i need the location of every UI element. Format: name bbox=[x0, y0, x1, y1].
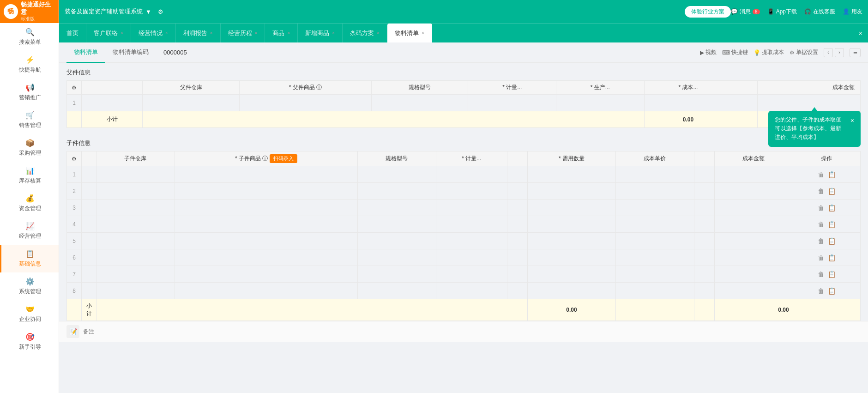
delete-icon-1[interactable]: 🗑 bbox=[818, 171, 824, 178]
child-row4-num: 4 bbox=[67, 216, 82, 233]
tab-customer-close[interactable]: × bbox=[121, 30, 123, 36]
delete-icon-2[interactable]: 🗑 bbox=[818, 187, 824, 195]
nav-tabs: 首页 客户联络 × 经营情况 × 利润报告 × 经营历程 × 商品 × 新增商品… bbox=[59, 23, 868, 42]
copy-icon-4[interactable]: 📋 bbox=[828, 221, 836, 228]
extract-cost-button[interactable]: 💡 提取成本 bbox=[753, 48, 784, 56]
tab-history-close[interactable]: × bbox=[255, 30, 258, 36]
online-service-button[interactable]: 🎧 在线客服 bbox=[804, 8, 835, 16]
parent-row1-c8[interactable] bbox=[732, 95, 758, 111]
child-col-unit: * 计量... bbox=[436, 151, 507, 166]
child-row-6: 6 🗑📋 bbox=[67, 249, 861, 266]
child-row-4: 4 🗑📋 bbox=[67, 216, 861, 233]
tab-operations[interactable]: 经营情况 × bbox=[131, 24, 176, 43]
parent-row1-c6[interactable] bbox=[556, 95, 645, 111]
delete-icon-5[interactable]: 🗑 bbox=[818, 237, 824, 245]
notes-icon[interactable]: 📝 bbox=[66, 325, 79, 338]
copy-icon-2[interactable]: 📋 bbox=[828, 187, 836, 195]
user-menu[interactable]: 👤 用友 bbox=[843, 8, 862, 16]
parent-row1-amount bbox=[758, 95, 861, 111]
settings-icon: ⚙ bbox=[790, 49, 795, 56]
tooltip-close-button[interactable]: × bbox=[850, 115, 854, 126]
delete-icon-4[interactable]: 🗑 bbox=[818, 221, 824, 228]
child-col-qty: * 需用数量 bbox=[528, 151, 616, 166]
tab-ops-close[interactable]: × bbox=[165, 30, 168, 36]
copy-icon-8[interactable]: 📋 bbox=[828, 287, 836, 295]
copy-icon-7[interactable]: 📋 bbox=[828, 271, 836, 278]
parent-row1-c1[interactable] bbox=[82, 95, 143, 111]
trial-button[interactable]: 体验行业方案 bbox=[685, 6, 731, 18]
copy-icon-6[interactable]: 📋 bbox=[828, 254, 836, 261]
next-arrow[interactable]: › bbox=[835, 48, 844, 57]
app-download-button[interactable]: 📱 App下载 bbox=[767, 8, 797, 16]
tab-profit-close[interactable]: × bbox=[210, 30, 213, 36]
sidebar-item-collab[interactable]: 🤝 企业协同 bbox=[0, 300, 59, 328]
delete-icon-8[interactable]: 🗑 bbox=[818, 287, 824, 295]
content-area: 物料清单 物料清单编码 0000005 ▶ 视频 ⌨ 快捷键 💡 提取成本 bbox=[59, 42, 868, 393]
shortcut-button[interactable]: ⌨ 快捷键 bbox=[722, 48, 748, 56]
search-icon: 🔍 bbox=[25, 28, 35, 36]
tab-barcode-close[interactable]: × bbox=[377, 30, 380, 36]
sidebar-item-guide[interactable]: 🎯 新手引导 bbox=[0, 328, 59, 356]
parent-col-amount: 成本金额 bbox=[758, 81, 861, 95]
sub-header-actions: ▶ 视频 ⌨ 快捷键 💡 提取成本 ⚙ 单据设置 ‹ › bbox=[700, 48, 861, 57]
child-subtotal-qty: 0.00 bbox=[528, 299, 616, 321]
delete-icon-6[interactable]: 🗑 bbox=[818, 254, 824, 261]
sidebar-item-marketing[interactable]: 📢 营销推广 bbox=[0, 79, 59, 106]
sidebar-item-finance[interactable]: 💰 资金管理 bbox=[0, 189, 59, 217]
sidebar-item-inventory[interactable]: 📊 库存核算 bbox=[0, 162, 59, 189]
parent-row1-c3[interactable] bbox=[240, 95, 371, 111]
parent-col-warehouse: 父件仓库 bbox=[143, 81, 240, 95]
tab-home[interactable]: 首页 bbox=[59, 24, 86, 43]
delete-icon-3[interactable]: 🗑 bbox=[818, 204, 824, 212]
sub-tab-bom[interactable]: 物料清单 bbox=[66, 42, 105, 63]
sidebar-item-quicknav[interactable]: ⚡ 快捷导航 bbox=[0, 51, 59, 79]
prev-arrow[interactable]: ‹ bbox=[824, 48, 833, 57]
parent-col-product: * 父件商品 ⓘ bbox=[240, 81, 371, 95]
parent-row1-c7[interactable] bbox=[644, 95, 732, 111]
parent-row1-c4[interactable] bbox=[371, 95, 468, 111]
download-icon: 📱 bbox=[767, 8, 774, 15]
list-view-button[interactable]: ☰ bbox=[850, 48, 861, 57]
sidebar-item-basic[interactable]: 📋 基础信息 bbox=[0, 245, 59, 272]
keyboard-icon: ⌨ bbox=[722, 49, 730, 56]
sidebar-item-search[interactable]: 🔍 搜索菜单 bbox=[0, 23, 59, 51]
close-all-tabs[interactable]: × bbox=[853, 30, 868, 37]
sub-tab-bom-code[interactable]: 物料清单编码 bbox=[105, 42, 156, 63]
message-button[interactable]: 💬 消息 6 bbox=[731, 8, 760, 16]
sidebar-item-sales[interactable]: 🛒 销售管理 bbox=[0, 106, 59, 134]
doc-settings-button[interactable]: ⚙ 单据设置 bbox=[790, 48, 818, 56]
handshake-icon: 🤝 bbox=[25, 305, 35, 314]
video-button[interactable]: ▶ 视频 bbox=[700, 48, 717, 56]
tab-newprod-close[interactable]: × bbox=[332, 30, 335, 36]
parent-row1-c5[interactable] bbox=[468, 95, 556, 111]
tab-product-close[interactable]: × bbox=[287, 30, 290, 36]
cost-tooltip: × 您的父件、子件的成本取值可以选择【参考成本、最新进价、平均成本】 bbox=[768, 111, 861, 147]
delete-icon-7[interactable]: 🗑 bbox=[818, 271, 824, 278]
tab-history[interactable]: 经营历程 × bbox=[221, 24, 265, 43]
parent-row1-c2[interactable] bbox=[143, 95, 240, 111]
child-row-2: 2 🗑📋 bbox=[67, 183, 861, 200]
copy-icon-1[interactable]: 📋 bbox=[828, 171, 836, 178]
tab-new-product[interactable]: 新增商品 × bbox=[298, 24, 343, 43]
sidebar-item-purchase[interactable]: 📦 采购管理 bbox=[0, 134, 59, 162]
copy-icon-3[interactable]: 📋 bbox=[828, 204, 836, 212]
logo-icon: 畅 bbox=[4, 4, 18, 19]
sidebar-item-system[interactable]: ⚙️ 系统管理 bbox=[0, 272, 59, 300]
sidebar-item-operations[interactable]: 📈 经营管理 bbox=[0, 217, 59, 245]
tab-barcode[interactable]: 条码方案 × bbox=[343, 24, 387, 43]
scan-button[interactable]: 扫码录入 bbox=[270, 154, 297, 163]
child-row1-num: 1 bbox=[67, 166, 82, 183]
system-dropdown[interactable]: ▼ bbox=[145, 8, 151, 15]
child-col-settings[interactable]: ⚙ bbox=[67, 151, 82, 166]
settings-icon[interactable]: ⚙ bbox=[158, 8, 163, 15]
child-col-action: 操作 bbox=[793, 151, 860, 166]
tab-bom[interactable]: 物料清单 × bbox=[387, 24, 432, 43]
tab-bom-close[interactable]: × bbox=[422, 30, 424, 36]
parent-col-settings[interactable]: ⚙ bbox=[67, 81, 82, 95]
tab-customer[interactable]: 客户联络 × bbox=[86, 24, 131, 43]
child-row8-num: 8 bbox=[67, 283, 82, 299]
tab-product[interactable]: 商品 × bbox=[265, 24, 298, 43]
tab-profit[interactable]: 利润报告 × bbox=[176, 24, 221, 43]
child-col-unit-cost: 成本单价 bbox=[615, 151, 694, 166]
copy-icon-5[interactable]: 📋 bbox=[828, 237, 836, 245]
